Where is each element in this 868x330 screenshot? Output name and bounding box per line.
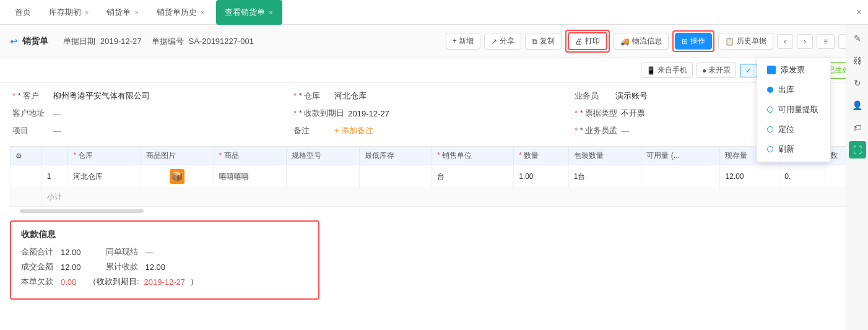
payment-row-1: 金额合计 12.00 同单现结 — xyxy=(21,246,308,258)
add-remark-btn[interactable]: + 添加备注 xyxy=(334,125,373,136)
doc-header: ↩ 销货单 单据日期 2019-12-27 单据编号 SA-20191227-0… xyxy=(0,25,868,58)
invoice-type-value: 不开票 xyxy=(621,108,645,119)
col-sales-unit: * 销售单位 xyxy=(432,147,514,165)
subtotal-label: 小计 xyxy=(41,188,857,207)
arrears-close: ） xyxy=(190,276,198,287)
tab-bar: 首页 库存期初 × 销货单 × 销货单历史 × 查看销货单 × × xyxy=(0,0,868,25)
row-sales-unit: 台 xyxy=(432,165,514,188)
truck-icon: 🚚 xyxy=(620,37,630,46)
print-icon: 🖨 xyxy=(575,37,583,46)
doc-type-label: 销货单 xyxy=(22,36,48,47)
check-icon-btn[interactable]: ✓ xyxy=(740,64,757,77)
tab-view-sales[interactable]: 查看销货单 × xyxy=(216,0,282,25)
payment-title: 收款信息 xyxy=(21,229,308,240)
nav-prev-button[interactable]: ‹ xyxy=(777,34,793,49)
operations-highlight-box: ⊞ 操作 xyxy=(672,30,714,52)
refresh-icon[interactable]: ↻ xyxy=(849,74,866,92)
deal-amount-item: 成交金额 12.00 xyxy=(21,261,81,272)
invoice-type-label: * 票据类型 xyxy=(575,108,617,119)
refresh-item[interactable]: 刷新 xyxy=(757,139,830,159)
checkmark-icon: ✓ xyxy=(745,66,752,75)
col-available: 可用量 (... xyxy=(641,147,720,165)
project-value: — xyxy=(53,126,61,136)
warehouse-field: * 仓库 河北仓库 xyxy=(293,90,575,102)
remark-label: 备注 xyxy=(293,125,331,136)
tab-close-history[interactable]: × xyxy=(201,9,204,16)
available-qty-item[interactable]: 可用量提取 xyxy=(757,100,830,119)
tab-sales-history[interactable]: 销货单历史 × xyxy=(148,0,214,25)
remark-field: 备注 + 添加备注 xyxy=(293,125,575,136)
print-button[interactable]: 🖨 打印 xyxy=(568,32,607,50)
payment-date-value: 2019-12-27 xyxy=(348,109,389,118)
refresh-item-icon xyxy=(767,146,773,152)
payment-row-2: 成交金额 12.00 累计收款 12.00 xyxy=(21,261,308,272)
same-settlement-item: 同单现结 — xyxy=(106,246,154,258)
row-unit-price: 0. xyxy=(779,165,825,188)
customer-value: 柳州粤港平安气体有限公司 xyxy=(53,90,150,102)
copy-icon: ⧉ xyxy=(532,37,537,46)
deal-amount-label: 成交金额 xyxy=(21,261,56,272)
form-area: * 客户 柳州粤港平安气体有限公司 * 仓库 河北仓库 业务员 演示账号 客户地… xyxy=(0,83,868,146)
tab-home[interactable]: 首页 xyxy=(6,0,40,25)
print-highlight-box: 🖨 打印 xyxy=(565,30,610,53)
user-icon[interactable]: 👤 xyxy=(849,97,866,114)
tab-sales-order[interactable]: 销货单 × xyxy=(98,0,147,25)
form-row-1: * 客户 柳州粤港平安气体有限公司 * 仓库 河北仓库 业务员 演示账号 xyxy=(12,90,856,102)
add-invoice-item[interactable]: 添发票 xyxy=(757,60,830,80)
plus-icon: + xyxy=(334,126,339,135)
list-view-button[interactable]: ≡ xyxy=(817,34,835,49)
row-available xyxy=(641,165,720,188)
col-settings[interactable]: ⚙ xyxy=(11,147,42,165)
product-table: ⚙ * 仓库 商品图片 * 商品 规格型号 最低库存 * 销售单位 * 数量 包… xyxy=(10,146,858,207)
staff-value: 演示账号 xyxy=(615,90,648,102)
edit-icon[interactable]: ✎ xyxy=(849,30,866,47)
row-product: 嘻嘻嘻嘻 xyxy=(214,165,287,188)
window-close-button[interactable]: × xyxy=(856,7,862,18)
tag-icon[interactable]: 🏷 xyxy=(849,119,866,136)
add-invoice-icon xyxy=(767,66,776,74)
col-spec: 规格型号 xyxy=(287,147,360,165)
col-warehouse: * 仓库 xyxy=(68,147,141,165)
row-seq: 1 xyxy=(41,165,68,188)
tab-close-view[interactable]: × xyxy=(269,9,272,16)
customer-label: * 客户 xyxy=(12,90,50,102)
nav-next-button[interactable]: › xyxy=(797,34,813,49)
doc-number-label: 单据编号 SA-20191227-001 xyxy=(152,36,254,47)
subtotal-row: 小计 xyxy=(11,188,858,207)
tab-inventory-init[interactable]: 库存期初 × xyxy=(40,0,98,25)
new-button[interactable]: + 新增 xyxy=(446,33,480,50)
same-settlement-label: 同单现结 xyxy=(106,246,141,258)
copy-button[interactable]: ⧉ 复制 xyxy=(525,33,562,50)
staff2-label: * 业务员孟 xyxy=(575,125,617,136)
link-icon[interactable]: ⛓ xyxy=(849,52,866,69)
form-row-3: 项目 — 备注 + 添加备注 * 业务员孟 — xyxy=(12,125,856,136)
address-value: — xyxy=(53,109,61,118)
from-phone-button[interactable]: 📱 来自手机 xyxy=(641,63,693,78)
outbound-item[interactable]: 出库 xyxy=(757,80,830,100)
locate-item[interactable]: 定位 xyxy=(757,119,830,139)
outbound-icon xyxy=(767,87,773,93)
address-label: 客户地址 xyxy=(12,108,50,119)
share-icon: ↗ xyxy=(491,37,497,46)
expand-icon[interactable]: ⛶ xyxy=(849,141,866,158)
total-amount-item: 金额合计 12.00 xyxy=(21,246,81,258)
table-section: ⚙ * 仓库 商品图片 * 商品 规格型号 最低库存 * 销售单位 * 数量 包… xyxy=(10,146,858,213)
col-image: 商品图片 xyxy=(141,147,214,165)
not-opened-button[interactable]: ● 未开票 xyxy=(697,63,736,78)
total-amount-value: 12.00 xyxy=(61,248,81,257)
tab-close-sales[interactable]: × xyxy=(134,9,138,16)
share-button[interactable]: ↗ 分享 xyxy=(484,33,521,50)
available-icon xyxy=(767,106,773,113)
operations-button[interactable]: ⊞ 操作 xyxy=(675,33,712,50)
cumulative-item: 累计收款 12.00 xyxy=(106,261,166,272)
scroll-hint[interactable] xyxy=(20,209,144,213)
total-amount-label: 金额合计 xyxy=(21,246,56,258)
col-pack-qty: 包装数量 xyxy=(568,147,641,165)
table-row: 1 河北仓库 📦 嘻嘻嘻嘻 台 1.00 1台 12.00 0. xyxy=(11,165,858,188)
row-image: 📦 xyxy=(141,165,214,188)
arrears-note xyxy=(81,277,84,287)
logistics-button[interactable]: 🚚 物流信息 xyxy=(614,33,669,50)
history-button[interactable]: 📋 历史单据 xyxy=(718,33,773,50)
arrears-date: 2019-12-27 xyxy=(144,277,186,287)
tab-close-inventory[interactable]: × xyxy=(85,9,89,16)
